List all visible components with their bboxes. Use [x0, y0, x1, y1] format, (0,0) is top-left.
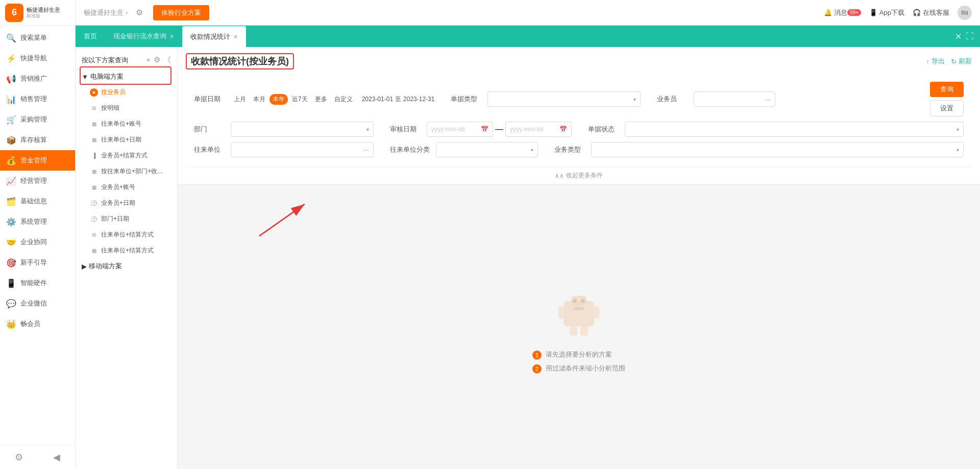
sidebar-bottom: ⚙ ◀: [0, 445, 75, 469]
audit-date-end[interactable]: yyyy-mm-dd 📅: [505, 122, 572, 137]
business-type-select[interactable]: ▾: [591, 142, 964, 157]
date-tab-last-month[interactable]: 上月: [231, 94, 249, 105]
scheme-item-salesman[interactable]: ● 按业务员: [76, 84, 177, 100]
scheme-add-icon[interactable]: +: [146, 55, 151, 65]
salesman-select[interactable]: ···: [694, 91, 775, 107]
desktop-scheme-title[interactable]: ▼ 电脑端方案: [76, 69, 177, 84]
handshake-icon: 🤝: [6, 237, 16, 247]
sidebar-item-system[interactable]: ⚙️ 系统管理: [0, 212, 75, 232]
sidebar-item-guide[interactable]: 🎯 新手引导: [0, 252, 75, 273]
trend-icon: 📈: [6, 176, 16, 186]
tab-bank-flow-close[interactable]: ✕: [169, 33, 174, 40]
svg-rect-6: [594, 306, 599, 319]
scheme-icon-salesman-date: 🕐: [90, 199, 98, 207]
topbar-gear-icon[interactable]: ⚙: [136, 8, 143, 17]
export-button[interactable]: ↑ 导出: [926, 57, 945, 66]
sidebar-item-operation[interactable]: 📈 经营管理: [0, 171, 75, 191]
scheme-item-dept-date[interactable]: 🕐 部门+日期: [76, 211, 177, 227]
sidebar-item-marketing[interactable]: 📢 营销推广: [0, 68, 75, 89]
messages-btn[interactable]: 🔔 消息 99+: [824, 8, 861, 17]
counterpart-category-label: 往来单位分类: [390, 145, 430, 154]
date-tab-custom[interactable]: 自定义: [331, 94, 356, 105]
date-range-start: 2023-01-01: [362, 96, 393, 103]
device-icon: 📱: [6, 278, 16, 288]
date-range-display: 2023-01-01 至 2023-12-31: [362, 95, 435, 104]
sidebar-item-base[interactable]: 🗂️ 基础信息: [0, 191, 75, 212]
scheme-item-unit-dept-collect[interactable]: ▦ 按往来单位+部门+收...: [76, 163, 177, 179]
scheme-settings-icon[interactable]: ⚙: [154, 55, 160, 65]
sidebar-item-member[interactable]: 👑 畅会员: [0, 314, 75, 334]
mobile-scheme-title[interactable]: ▶ 移动端方案: [76, 259, 177, 274]
tab-receipt-stat[interactable]: 收款情况统计 ✕: [182, 26, 246, 48]
cart-icon: 🛒: [6, 114, 16, 125]
query-button[interactable]: 查询: [930, 82, 964, 97]
app-download-btn[interactable]: 📱 App下载: [869, 8, 904, 17]
action-buttons: 查询 设置: [930, 82, 964, 116]
scheme-item-salesman-account[interactable]: ▦ 业务员+账号: [76, 179, 177, 195]
sidebar-item-search[interactable]: 🔍 搜索菜单: [0, 28, 75, 48]
right-content: 收款情况统计(按业务员) ↑ 导出 ↻ 刷新: [178, 47, 980, 469]
bell-icon: 🔔: [824, 9, 832, 16]
date-tab-more[interactable]: 更多: [312, 94, 330, 105]
scheme-item-unit-account[interactable]: ▦ 往来单位+账号: [76, 116, 177, 132]
sidebar: 6 畅捷通好生意 标准版 🔍 搜索菜单 ⚡ 快捷导航 📢 营销推广 📊 销售管理…: [0, 0, 76, 469]
scheme-item-salesman-date[interactable]: 🕐 业务员+日期: [76, 195, 177, 211]
scheme-header-actions: + ⚙ 《: [146, 55, 171, 65]
phone-icon: 📱: [869, 9, 877, 16]
page-title: 收款情况统计(按业务员): [186, 53, 294, 69]
empty-illustration: [548, 280, 609, 342]
main-area: 畅捷通好生意 › ⚙ 体验行业方案 🔔 消息 99+ 📱 App下载 🎧 在线客…: [76, 0, 980, 469]
svg-rect-4: [574, 307, 584, 310]
tab-receipt-stat-close[interactable]: ✕: [233, 34, 238, 40]
sidebar-settings-icon[interactable]: ⚙: [13, 450, 25, 465]
bill-status-select[interactable]: ▾: [625, 122, 964, 137]
salesman-more-icon[interactable]: ···: [765, 95, 771, 103]
dept-select[interactable]: ▾: [231, 122, 374, 137]
refresh-button[interactable]: ↻ 刷新: [951, 57, 972, 66]
scheme-icon-unit-settle2: ▦: [90, 247, 98, 255]
chart-icon: 📊: [6, 94, 16, 104]
date-tab-this-month[interactable]: 本月: [250, 94, 268, 105]
counterpart-more-icon[interactable]: ···: [363, 146, 369, 154]
sidebar-item-sales[interactable]: 📊 销售管理: [0, 89, 75, 109]
sidebar-item-wechat[interactable]: 💬 企业微信: [0, 293, 75, 314]
sidebar-item-inventory[interactable]: 📦 库存核算: [0, 130, 75, 150]
sidebar-item-enterprise[interactable]: 🤝 企业协同: [0, 232, 75, 252]
page-actions: ↑ 导出 ↻ 刷新: [926, 57, 972, 66]
date-tab-this-year[interactable]: 本年: [270, 94, 288, 105]
logo-area: 6 畅捷通好生意 标准版: [0, 0, 75, 26]
sidebar-item-finance[interactable]: 💰 资金管理: [0, 150, 75, 171]
calendar-icon-start: 📅: [481, 126, 488, 133]
trial-button[interactable]: 体验行业方案: [153, 5, 209, 20]
online-service-btn[interactable]: 🎧 在线客服: [913, 8, 949, 17]
tabbar-close-icon[interactable]: ✕: [955, 32, 962, 41]
tip-num-2: 2: [532, 364, 542, 373]
tab-bank-flow[interactable]: 现金银行流水查询 ✕: [105, 26, 182, 47]
set-button[interactable]: 设置: [930, 100, 964, 116]
bill-status-chevron: ▾: [957, 127, 959, 132]
sidebar-item-quick-nav[interactable]: ⚡ 快捷导航: [0, 48, 75, 68]
sidebar-item-hardware[interactable]: 📱 智能硬件: [0, 273, 75, 293]
user-avatar[interactable]: Rit: [958, 6, 972, 20]
sidebar-collapse-icon[interactable]: ◀: [51, 450, 62, 465]
date-tab-7days[interactable]: 近7天: [289, 94, 311, 105]
date-label: 单据日期: [194, 95, 225, 104]
scheme-item-unit-settle2[interactable]: ▦ 往来单位+结算方式: [76, 243, 177, 259]
scheme-item-salesman-settle[interactable]: ▐ 业务员+结算方式: [76, 148, 177, 163]
scheme-item-unit-date[interactable]: ▦ 往来单位+日期: [76, 132, 177, 148]
audit-date-start[interactable]: yyyy-mm-dd 📅: [427, 122, 493, 137]
scheme-item-unit-settle1[interactable]: ⊞ 往来单位+结算方式: [76, 227, 177, 243]
bill-type-label: 单据类型: [451, 95, 481, 104]
collapse-bar[interactable]: ∧∧ 收起更多条件: [186, 167, 972, 184]
message-badge: 99+: [847, 9, 861, 16]
tab-home[interactable]: 首页: [76, 26, 105, 47]
tabbar-expand-icon[interactable]: ⛶: [966, 32, 974, 41]
scheme-item-detail[interactable]: ⊞ 按明细: [76, 100, 177, 116]
counterpart-select[interactable]: ···: [231, 142, 374, 157]
sidebar-item-purchase[interactable]: 🛒 采购管理: [0, 109, 75, 130]
bill-type-select[interactable]: ▾: [487, 91, 641, 107]
scheme-collapse-icon[interactable]: 《: [163, 55, 171, 65]
tabbar-right: ✕ ⛶: [955, 32, 980, 41]
counterpart-category-select[interactable]: ▾: [436, 142, 538, 157]
svg-point-3: [581, 299, 585, 303]
